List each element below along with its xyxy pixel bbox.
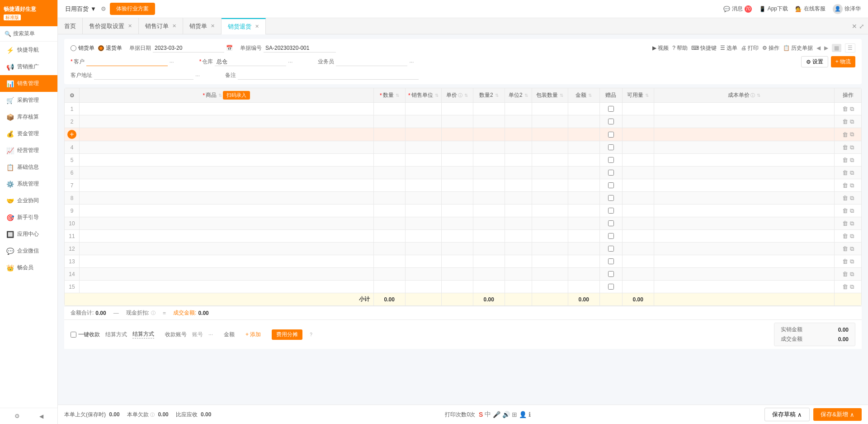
cell-amount-15[interactable] xyxy=(568,281,599,293)
settings-icon[interactable]: ⚙ xyxy=(14,413,20,419)
cell-available-13[interactable] xyxy=(622,255,654,268)
cell-package-qty-1[interactable] xyxy=(532,103,568,115)
scan-btn[interactable]: 扫码录入 xyxy=(223,91,250,100)
product-input-12[interactable] xyxy=(82,246,371,252)
gift-checkbox-2[interactable] xyxy=(608,119,614,124)
delete-row-12[interactable]: 🗑 xyxy=(842,245,848,252)
cell-package-qty-11[interactable] xyxy=(532,230,568,243)
product-input-13[interactable] xyxy=(82,258,371,265)
cell-sales-unit-11[interactable] xyxy=(405,230,441,243)
gift-checkbox-3[interactable] xyxy=(608,132,614,138)
gift-checkbox-1[interactable] xyxy=(608,106,614,112)
cell-quantity-13[interactable] xyxy=(373,255,405,268)
save-new-btn[interactable]: 保存&新增 ∧ xyxy=(813,408,862,421)
product-input-4[interactable] xyxy=(82,144,371,151)
cell-cost-price-1[interactable] xyxy=(654,103,834,115)
gift-checkbox-5[interactable] xyxy=(608,157,614,163)
unit-sort-icon[interactable]: ⇅ xyxy=(435,93,439,98)
cell-package-qty-4[interactable] xyxy=(532,141,568,154)
customer-input[interactable] xyxy=(86,57,168,66)
sidebar-item-shortcut[interactable]: ⚡快捷导航 xyxy=(0,42,57,58)
cell-product-6[interactable] xyxy=(80,167,374,179)
cost-info-icon[interactable]: ⓘ xyxy=(750,92,755,99)
sidebar-item-enterprise[interactable]: 🤝企业协同 xyxy=(0,192,57,209)
copy-row-7[interactable]: ⧉ xyxy=(850,182,854,189)
cell-available-6[interactable] xyxy=(622,167,654,179)
cell-quantity-5[interactable] xyxy=(373,154,405,167)
customer-dots[interactable]: ··· xyxy=(170,59,174,65)
cell-product-9[interactable] xyxy=(80,205,374,217)
calendar-icon[interactable]: 📅 xyxy=(226,45,233,51)
account-dots[interactable]: ··· xyxy=(208,331,213,338)
delete-row-7[interactable]: 🗑 xyxy=(842,182,848,189)
cell-quantity-14[interactable] xyxy=(373,268,405,281)
cell-sales-unit-7[interactable] xyxy=(405,179,441,192)
cell-product-5[interactable] xyxy=(80,154,374,167)
fee-split-btn[interactable]: 费用分摊 xyxy=(272,329,302,340)
cell-gift-10[interactable] xyxy=(599,217,622,230)
warehouse-input[interactable] xyxy=(215,57,286,66)
cell-sales-unit-15[interactable] xyxy=(405,281,441,293)
cell-unit2-3[interactable] xyxy=(505,128,532,141)
cell-available-9[interactable] xyxy=(622,205,654,217)
settings-gear-icon[interactable]: ⚙ xyxy=(101,5,106,12)
experience-btn[interactable]: 体验行业方案 xyxy=(110,3,155,15)
product-input-10[interactable] xyxy=(82,220,371,227)
tab-close-sales-order[interactable]: ✕ xyxy=(172,23,176,29)
product-input-9[interactable] xyxy=(82,208,371,214)
cell-amount-10[interactable] xyxy=(568,217,599,230)
product-input-8[interactable] xyxy=(82,195,371,201)
cell-sales-unit-6[interactable] xyxy=(405,167,441,179)
cell-quantity-6[interactable] xyxy=(373,167,405,179)
cell-qty2-10[interactable] xyxy=(473,217,505,230)
cell-quantity-7[interactable] xyxy=(373,179,405,192)
copy-row-1[interactable]: ⧉ xyxy=(850,105,854,113)
video-btn[interactable]: ▶ 视频 xyxy=(652,44,669,52)
cell-product-11[interactable] xyxy=(80,230,374,243)
cell-quantity-3[interactable] xyxy=(373,128,405,141)
copy-row-5[interactable]: ⧉ xyxy=(850,157,854,164)
cell-available-10[interactable] xyxy=(622,217,654,230)
tab-close-sales-return[interactable]: ✕ xyxy=(255,24,259,29)
sidebar-item-sales[interactable]: 📊销售管理 xyxy=(0,75,57,92)
cell-sales-unit-8[interactable] xyxy=(405,192,441,205)
cell-amount-2[interactable] xyxy=(568,115,599,128)
product-input-6[interactable] xyxy=(82,170,371,176)
sidebar-item-appstore[interactable]: 🔲应用中心 xyxy=(0,226,57,243)
salesperson-dots[interactable]: ··· xyxy=(409,59,414,65)
cell-sales-unit-10[interactable] xyxy=(405,217,441,230)
unit2-sort-icon[interactable]: ⇅ xyxy=(524,93,528,98)
gift-checkbox-7[interactable] xyxy=(608,182,614,188)
product-input-11[interactable] xyxy=(82,233,371,239)
cell-amount-9[interactable] xyxy=(568,205,599,217)
cell-sales-unit-3[interactable] xyxy=(405,128,441,141)
cell-qty2-4[interactable] xyxy=(473,141,505,154)
copy-row-14[interactable]: ⧉ xyxy=(850,271,854,278)
delete-row-15[interactable]: 🗑 xyxy=(842,283,848,290)
cell-qty2-8[interactable] xyxy=(473,192,505,205)
calc-label[interactable]: 结算方式 xyxy=(132,330,154,338)
cell-gift-9[interactable] xyxy=(599,205,622,217)
cell-available-8[interactable] xyxy=(622,192,654,205)
cell-available-12[interactable] xyxy=(622,243,654,255)
industry-selector[interactable]: 日用百货 ▼ ⚙ xyxy=(65,5,106,13)
cell-quantity-10[interactable] xyxy=(373,217,405,230)
cell-quantity-15[interactable] xyxy=(373,281,405,293)
delete-row-14[interactable]: 🗑 xyxy=(842,271,848,277)
delete-row-5[interactable]: 🗑 xyxy=(842,157,848,163)
cell-amount-12[interactable] xyxy=(568,243,599,255)
cell-amount-14[interactable] xyxy=(568,268,599,281)
tab-sales-return[interactable]: 销货退货✕ xyxy=(222,18,266,34)
cell-qty2-5[interactable] xyxy=(473,154,505,167)
cell-cost-price-5[interactable] xyxy=(654,154,834,167)
product-input-1[interactable] xyxy=(82,106,371,112)
cell-cost-price-3[interactable] xyxy=(654,128,834,141)
cell-product-4[interactable] xyxy=(80,141,374,154)
cell-amount-5[interactable] xyxy=(568,154,599,167)
cell-product-2[interactable] xyxy=(80,115,374,128)
cell-unit-price-6[interactable] xyxy=(441,167,473,179)
cell-unit-price-2[interactable] xyxy=(441,115,473,128)
cell-gift-5[interactable] xyxy=(599,154,622,167)
owe-help-icon[interactable]: ⓘ xyxy=(150,412,155,417)
copy-row-3[interactable]: ⧉ xyxy=(850,131,854,138)
